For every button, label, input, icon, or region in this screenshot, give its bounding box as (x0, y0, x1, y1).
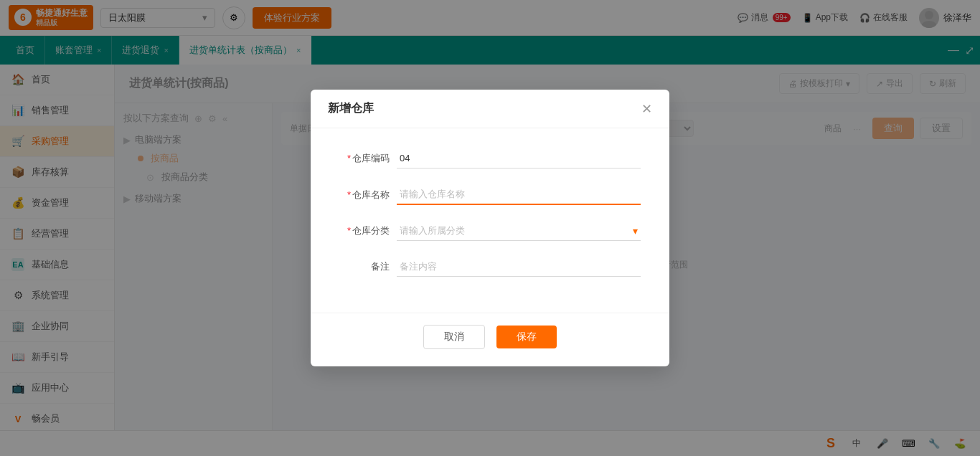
category-select[interactable]: 请输入所属分类 (397, 221, 641, 241)
form-row-note: 备注 (339, 257, 641, 277)
dialog-body: *仓库编码 *仓库名称 *仓库分类 请输入所属分类 ▾ (311, 128, 669, 313)
code-input[interactable] (397, 148, 641, 168)
save-button[interactable]: 保存 (496, 326, 557, 348)
dialog-header: 新增仓库 ✕ (311, 90, 669, 128)
cancel-button[interactable]: 取消 (423, 325, 485, 349)
form-row-name: *仓库名称 (339, 184, 641, 205)
required-star-name: * (347, 189, 351, 200)
dialog-close-button[interactable]: ✕ (641, 103, 652, 115)
required-star-category: * (347, 225, 351, 236)
new-warehouse-dialog: 新增仓库 ✕ *仓库编码 *仓库名称 *仓库分类 请输入所属分类 (311, 90, 669, 366)
category-select-wrap: 请输入所属分类 ▾ (397, 221, 641, 241)
required-star-code: * (347, 153, 351, 163)
note-input[interactable] (397, 257, 641, 277)
dialog-title: 新增仓库 (328, 101, 374, 116)
name-label: *仓库名称 (339, 189, 397, 201)
form-row-code: *仓库编码 (339, 148, 641, 168)
category-label: *仓库分类 (339, 224, 397, 237)
note-label: 备注 (339, 260, 397, 273)
name-input[interactable] (397, 184, 641, 205)
form-row-category: *仓库分类 请输入所属分类 ▾ (339, 221, 641, 241)
code-label: *仓库编码 (339, 152, 397, 165)
dialog-footer: 取消 保存 (311, 313, 669, 366)
